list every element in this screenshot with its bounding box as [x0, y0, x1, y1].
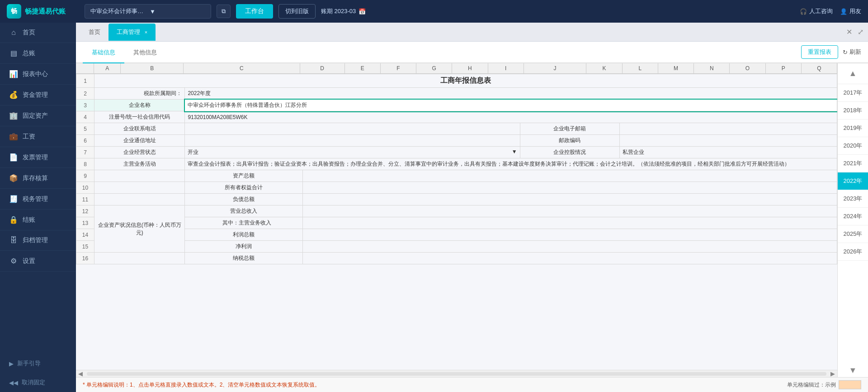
- sidebar-item-archive[interactable]: 🗄 归档管理: [0, 230, 76, 251]
- sidebar-item-invoice[interactable]: 📄 发票管理: [0, 147, 76, 168]
- row-num-7: 7: [76, 147, 94, 158]
- refresh-button[interactable]: ↻ 刷新: [843, 48, 861, 56]
- window-expand-icon[interactable]: ⤢: [858, 28, 863, 36]
- year-item-2026[interactable]: 2026年: [838, 243, 868, 261]
- sidebar-item-settings[interactable]: ⚙ 设置: [0, 251, 76, 272]
- horizontal-scrollbar[interactable]: ◀ ▶: [76, 370, 837, 377]
- copy-button[interactable]: ⧉: [217, 5, 231, 18]
- biz-status-value[interactable]: 开业 ▼: [185, 147, 520, 158]
- grid-scroll[interactable]: 1 工商年报信息表 2 税款所属期间： 2022年度: [76, 74, 837, 370]
- contact-tel-value[interactable]: [185, 123, 520, 135]
- net-profit-value[interactable]: [302, 241, 837, 253]
- total-assets-label: [94, 170, 185, 182]
- table-row: 4 注册号/统一社会信用代码 91320100MA208E5W6K: [76, 111, 837, 123]
- main-business-value[interactable]: 审查企业会计报表；出具审计报告；验证企业资本；出具验资报告；办理企业合并、分立、…: [185, 158, 837, 170]
- spreadsheet-year-layout: A B C D E F G H I J K L M N O: [76, 63, 868, 377]
- row-num-4: 4: [76, 111, 94, 123]
- total-debt-value[interactable]: [302, 194, 837, 206]
- postcode-value[interactable]: [619, 135, 837, 147]
- table-row: 11 负债总额: [76, 194, 837, 206]
- col-header-L: L: [623, 63, 658, 73]
- total-assets-value[interactable]: [302, 170, 837, 182]
- reports-icon: 📊: [9, 70, 18, 78]
- scroll-track[interactable]: [87, 372, 826, 376]
- company-selector[interactable]: 中审众环会计师事务所（特殊普通合伙... ▼: [85, 4, 211, 19]
- window-close-icon[interactable]: ✕: [846, 28, 852, 36]
- tax-total-value[interactable]: [302, 253, 837, 264]
- new-guide-button[interactable]: ▶ 新手引导: [0, 354, 76, 373]
- profit-total-value[interactable]: [302, 229, 837, 241]
- unpin-button[interactable]: ◀◀ 取消固定: [0, 373, 76, 392]
- year-item-2024[interactable]: 2024年: [838, 208, 868, 225]
- sidebar-item-ledger[interactable]: ▤ 总账: [0, 43, 76, 64]
- content-area: 首页 工商管理 × ✕ ⤢ 基础信息 其他信息 重置报表 ↻ 刷新: [76, 23, 868, 392]
- sidebar-item-fixed-assets[interactable]: 🏢 固定资产: [0, 105, 76, 126]
- consultant-button[interactable]: 🎧 人工咨询: [800, 7, 833, 15]
- sidebar-item-inventory[interactable]: 📦 库存核算: [0, 168, 76, 189]
- year-panel: ▲ 2017年 2018年 2019年 2020年 2021年 2022年 20…: [837, 63, 868, 377]
- sidebar-item-close[interactable]: 🔒 结账: [0, 210, 76, 230]
- col-header-E: E: [345, 63, 381, 73]
- year-item-2020[interactable]: 2020年: [838, 137, 868, 155]
- table-row: 3 企业名称 中审众环会计师事务所（特殊普通合伙）江苏分所: [76, 100, 837, 111]
- guide-label: 新手引导: [17, 359, 41, 368]
- sidebar-label-payroll: 工资: [23, 133, 35, 141]
- sidebar-item-home[interactable]: ⌂ 首页: [0, 23, 76, 43]
- old-version-button[interactable]: 切到旧版: [278, 4, 316, 19]
- year-item-2023[interactable]: 2023年: [838, 190, 868, 208]
- sub-tab-basic[interactable]: 基础信息: [83, 45, 124, 63]
- reset-report-button[interactable]: 重置报表: [801, 45, 838, 59]
- calendar-icon[interactable]: 📅: [359, 8, 366, 15]
- tab-home[interactable]: 首页: [80, 24, 108, 41]
- holding-value[interactable]: 私营企业: [619, 147, 837, 158]
- year-panel-header: ▲: [838, 63, 868, 84]
- tab-close-icon[interactable]: ×: [145, 29, 147, 35]
- reg-code-value[interactable]: 91320100MA208E5W6K: [185, 111, 837, 123]
- row-num-11: 11: [76, 194, 94, 206]
- company-name-value[interactable]: 中审众环会计师事务所（特殊普通合伙）江苏分所: [185, 100, 837, 111]
- year-item-2017[interactable]: 2017年: [838, 84, 868, 102]
- title-cell[interactable]: 工商年报信息表: [94, 74, 837, 88]
- address-value[interactable]: [185, 135, 520, 147]
- year-item-2018[interactable]: 2018年: [838, 102, 868, 120]
- fixed-assets-icon: 🏢: [9, 111, 18, 120]
- tax-period-value[interactable]: 2022年度: [185, 88, 837, 100]
- main-revenue-label: 其中：主营业务收入: [185, 217, 302, 229]
- tab-commerce[interactable]: 工商管理 ×: [108, 24, 156, 41]
- table-row: 1 工商年报信息表: [76, 74, 837, 88]
- sidebar-item-finance[interactable]: 💰 资金管理: [0, 85, 76, 105]
- year-item-2022[interactable]: 2022年: [838, 172, 868, 190]
- user-button[interactable]: 👤 用友: [840, 7, 861, 15]
- total-debt-sublabel: 负债总额: [185, 194, 302, 206]
- col-header-J: J: [524, 63, 587, 73]
- revenue-total-value[interactable]: [302, 206, 837, 217]
- sidebar-item-reports[interactable]: 📊 报表中心: [0, 64, 76, 85]
- col-headers-row: A B C D E F G H I J K L M N O: [76, 63, 837, 74]
- year-up-button[interactable]: ▲: [847, 67, 859, 80]
- sidebar-item-tax[interactable]: 🧾 税务管理: [0, 189, 76, 210]
- equity-value[interactable]: [302, 182, 837, 194]
- year-item-2021[interactable]: 2021年: [838, 155, 868, 172]
- col-header-G: G: [416, 63, 452, 73]
- main-revenue-value[interactable]: [302, 217, 837, 229]
- email-label: 企业电子邮箱: [520, 123, 619, 135]
- year-down-button[interactable]: ▼: [847, 364, 859, 377]
- sidebar-item-payroll[interactable]: 💼 工资: [0, 126, 76, 147]
- workbench-button[interactable]: 工作台: [236, 4, 273, 19]
- sidebar-label-inventory: 库存核算: [23, 174, 48, 182]
- row-num-16: 16: [76, 253, 94, 264]
- scroll-right-icon[interactable]: ▶: [828, 370, 837, 377]
- year-item-2019[interactable]: 2019年: [838, 120, 868, 137]
- row-num-1: 1: [76, 74, 94, 88]
- table-row: 6 企业通信地址 邮政编码: [76, 135, 837, 147]
- sidebar-label-settings: 设置: [23, 257, 35, 265]
- email-value[interactable]: [619, 123, 837, 135]
- row-num-8: 8: [76, 158, 94, 170]
- year-item-2025[interactable]: 2025年: [838, 225, 868, 243]
- pin-icon: ◀◀: [9, 379, 18, 386]
- table-row: 8 主营业务活动 审查企业会计报表；出具审计报告；验证企业资本；出具验资报告；办…: [76, 158, 837, 170]
- scroll-left-icon[interactable]: ◀: [76, 370, 85, 377]
- assets-info-label: 企业资产状况信息(币种：人民币万元): [94, 206, 185, 253]
- sub-tab-other[interactable]: 其他信息: [124, 45, 166, 63]
- col-header-K: K: [586, 63, 622, 73]
